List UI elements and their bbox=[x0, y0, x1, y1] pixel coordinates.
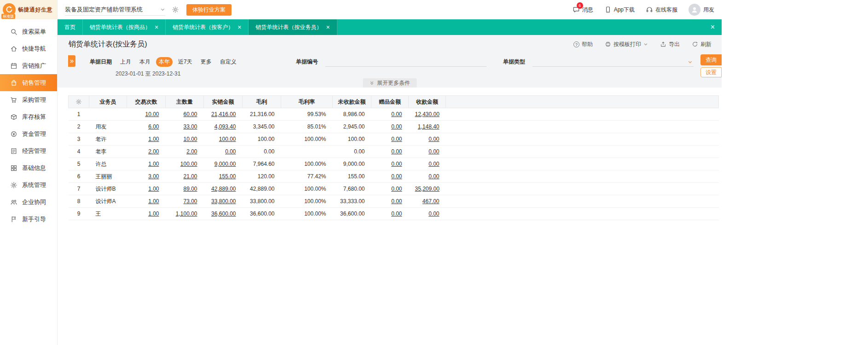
drilldown-link[interactable]: 2.00 bbox=[186, 148, 197, 155]
drilldown-link[interactable]: 0.00 bbox=[391, 198, 402, 205]
product-select[interactable]: 装备及固定资产辅助管理系统 bbox=[65, 4, 165, 16]
column-config-gear-icon[interactable] bbox=[69, 96, 89, 108]
date-option-本月[interactable]: 本月 bbox=[137, 57, 153, 67]
drilldown-link[interactable]: 42,889.00 bbox=[211, 186, 236, 192]
drilldown-link[interactable]: 467.00 bbox=[422, 198, 440, 205]
print-template-button[interactable]: 按模板打印 bbox=[605, 41, 648, 48]
drilldown-link[interactable]: 0.00 bbox=[391, 123, 402, 130]
drilldown-link[interactable]: 33,800.00 bbox=[211, 198, 236, 205]
drilldown-link[interactable]: 0.00 bbox=[428, 148, 439, 155]
tab-0[interactable]: 首页 bbox=[58, 19, 83, 35]
messages-button[interactable]: 6 消息 bbox=[573, 6, 593, 14]
drilldown-link[interactable]: 89.00 bbox=[183, 186, 197, 192]
drilldown-link[interactable]: 0.00 bbox=[428, 136, 439, 142]
sidebar-item-基础信息[interactable]: 基础信息 bbox=[0, 159, 57, 176]
workspace-settings-gear-icon[interactable] bbox=[172, 6, 179, 13]
settings-button[interactable]: 设置 bbox=[700, 67, 722, 77]
sidebar-item-企业协同[interactable]: 企业协同 bbox=[0, 193, 57, 211]
column-header-收款金额[interactable]: 收款金额 bbox=[409, 96, 446, 108]
app-download-button[interactable]: App下载 bbox=[604, 6, 635, 14]
doc-type-select[interactable] bbox=[532, 57, 694, 67]
date-range-value[interactable]: 2023-01-01 至 2023-12-31 bbox=[116, 70, 239, 78]
date-option-近7天[interactable]: 近7天 bbox=[175, 57, 195, 67]
sidebar-item-新手引导[interactable]: 新手引导 bbox=[0, 211, 57, 228]
date-option-本年[interactable]: 本年 bbox=[156, 57, 173, 67]
column-header-毛利[interactable]: 毛利 bbox=[243, 96, 281, 108]
drilldown-link[interactable]: 21,416.00 bbox=[211, 111, 236, 117]
drilldown-link[interactable]: 0.00 bbox=[391, 136, 402, 142]
collapse-filter-button[interactable] bbox=[68, 55, 75, 67]
industry-solution-button[interactable]: 体验行业方案 bbox=[186, 4, 231, 16]
tab-1[interactable]: 销货单统计表（按商品）× bbox=[83, 19, 166, 35]
expand-more-button[interactable]: 展开更多条件 bbox=[363, 78, 417, 88]
sidebar-item-营销推广[interactable]: 营销推广 bbox=[0, 57, 57, 74]
drilldown-link[interactable]: 10.00 bbox=[183, 136, 197, 142]
export-button[interactable]: 导出 bbox=[660, 41, 680, 48]
drilldown-link[interactable]: 10.00 bbox=[145, 111, 159, 117]
user-menu[interactable]: 用友 bbox=[689, 4, 714, 16]
drilldown-link[interactable]: 1.00 bbox=[148, 136, 159, 142]
sidebar-item-销售管理[interactable]: 销售管理 bbox=[0, 74, 57, 91]
column-header-主数量[interactable]: 主数量 bbox=[166, 96, 204, 108]
drilldown-link[interactable]: 4,093.40 bbox=[214, 123, 236, 130]
drilldown-link[interactable]: 0.00 bbox=[391, 186, 402, 192]
sidebar-item-采购管理[interactable]: 采购管理 bbox=[0, 91, 57, 108]
column-header-未收款金额[interactable]: 未收款金额 bbox=[333, 96, 371, 108]
drilldown-link[interactable]: 2.00 bbox=[148, 148, 159, 155]
drilldown-link[interactable]: 21.00 bbox=[183, 173, 197, 180]
drilldown-link[interactable]: 0.00 bbox=[428, 211, 439, 217]
close-all-tabs-icon[interactable]: × bbox=[704, 19, 722, 35]
tab-close-icon[interactable]: × bbox=[155, 24, 158, 30]
refresh-button[interactable]: 刷新 bbox=[692, 41, 712, 48]
drilldown-link[interactable]: 1.00 bbox=[148, 161, 159, 167]
drilldown-link[interactable]: 155.00 bbox=[219, 173, 236, 180]
column-header-业务员[interactable]: 业务员 bbox=[89, 96, 127, 108]
tab-close-icon[interactable]: × bbox=[237, 24, 241, 30]
drilldown-link[interactable]: 1.00 bbox=[148, 186, 159, 192]
drilldown-link[interactable]: 100.00 bbox=[180, 161, 197, 167]
drilldown-link[interactable]: 35,209.00 bbox=[415, 186, 440, 192]
tab-close-icon[interactable]: × bbox=[326, 24, 330, 30]
tab-2[interactable]: 销货单统计表（按客户）× bbox=[166, 19, 249, 35]
drilldown-link[interactable]: 12,430.00 bbox=[415, 111, 440, 117]
drilldown-link[interactable]: 6.00 bbox=[148, 123, 159, 130]
drilldown-link[interactable]: 3.00 bbox=[148, 173, 159, 180]
sidebar-item-搜索菜单[interactable]: 搜索菜单 bbox=[0, 23, 57, 40]
drilldown-link[interactable]: 1,100.00 bbox=[176, 211, 197, 217]
sidebar-item-系统管理[interactable]: 系统管理 bbox=[0, 176, 57, 193]
date-option-上月[interactable]: 上月 bbox=[117, 57, 134, 67]
query-button[interactable]: 查询 bbox=[700, 54, 722, 65]
online-service-button[interactable]: 在线客服 bbox=[646, 6, 677, 14]
drilldown-link[interactable]: 0.00 bbox=[428, 161, 439, 167]
drilldown-link[interactable]: 0.00 bbox=[391, 111, 402, 117]
drilldown-link[interactable]: 1,148.40 bbox=[418, 123, 440, 130]
help-button[interactable]: ? 帮助 bbox=[573, 41, 593, 48]
drilldown-link[interactable]: 1.00 bbox=[148, 211, 159, 217]
drilldown-link[interactable]: 60.00 bbox=[183, 111, 197, 117]
drilldown-link[interactable]: 9,000.00 bbox=[214, 161, 236, 167]
drilldown-link[interactable]: 0.00 bbox=[391, 173, 402, 180]
drilldown-link[interactable]: 0.00 bbox=[225, 148, 236, 155]
drilldown-link[interactable]: 73.00 bbox=[183, 198, 197, 205]
grid-icon bbox=[10, 164, 17, 172]
drilldown-link[interactable]: 33.00 bbox=[183, 123, 197, 130]
column-header-毛利率[interactable]: 毛利率 bbox=[281, 96, 333, 108]
drilldown-link[interactable]: 0.00 bbox=[391, 161, 402, 167]
drilldown-link[interactable]: 1.00 bbox=[148, 198, 159, 205]
date-option-自定义[interactable]: 自定义 bbox=[217, 57, 239, 67]
column-header-交易次数[interactable]: 交易次数 bbox=[127, 96, 166, 108]
column-header-赠品金额[interactable]: 赠品金额 bbox=[371, 96, 409, 108]
sidebar-item-资金管理[interactable]: 资金管理 bbox=[0, 125, 57, 142]
tab-3[interactable]: 销货单统计表（按业务员）× bbox=[249, 19, 337, 35]
drilldown-link[interactable]: 36,600.00 bbox=[211, 211, 236, 217]
column-header-实销金额[interactable]: 实销金额 bbox=[204, 96, 243, 108]
drilldown-link[interactable]: 100.00 bbox=[219, 136, 236, 142]
sidebar-item-经营管理[interactable]: 经营管理 bbox=[0, 142, 57, 159]
drilldown-link[interactable]: 0.00 bbox=[391, 211, 402, 217]
date-option-更多[interactable]: 更多 bbox=[198, 57, 214, 67]
drilldown-link[interactable]: 0.00 bbox=[428, 173, 439, 180]
doc-no-input[interactable] bbox=[325, 57, 486, 67]
sidebar-item-快捷导航[interactable]: 快捷导航 bbox=[0, 40, 57, 57]
sidebar-item-库存核算[interactable]: 库存核算 bbox=[0, 108, 57, 125]
drilldown-link[interactable]: 0.00 bbox=[391, 148, 402, 155]
